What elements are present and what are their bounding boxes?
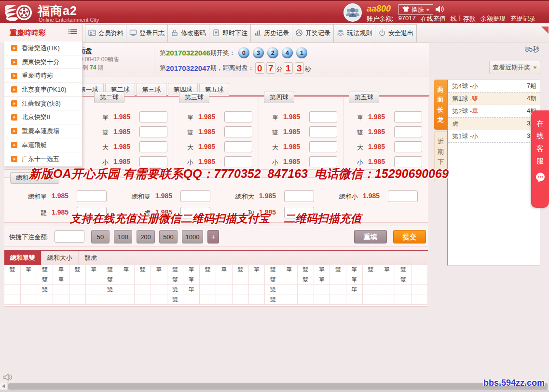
link-transaction-log[interactable]: 充提记录 [510,14,535,23]
ball-tab-3[interactable]: 第三球 [137,83,166,96]
game-menu-item[interactable]: 广东十一选五 [4,152,82,166]
trend-cell: 單 [379,265,396,275]
monitor-icon [129,29,137,38]
submit-button[interactable]: 提交 [393,230,426,243]
bet-section-4: 第四球單1.985雙1.985大1.985小1.985 [259,97,344,169]
link-withdraw[interactable]: 余额提现 [480,14,506,23]
amount-button-1000[interactable]: 1000 [182,230,203,243]
arrow-right-icon [11,45,17,51]
bet-amount-input[interactable] [224,111,252,122]
bet-amount-input[interactable] [309,126,337,137]
bet-amount-input[interactable] [309,111,337,122]
bet-amount-input[interactable] [224,141,252,152]
bet-amount-input[interactable] [394,126,422,137]
recent-results-button[interactable]: 查看近期开奖 [489,61,540,74]
scroll-left-arrow[interactable] [0,382,8,390]
trend-tab-bar: 總和單雙總和大小龍虎 [4,251,428,265]
game-menu-item[interactable]: 北京快樂8 [4,110,82,124]
game-menu-item[interactable]: 重慶時時彩 [4,69,82,83]
side-tab-两面长龙[interactable]: 两面长龙 [434,80,447,130]
odds-value: 1.985 [113,158,137,165]
bet-amount-input[interactable] [180,190,210,202]
trend-cell [330,275,346,285]
layers-icon [337,29,344,38]
trend-cell [86,295,102,305]
game-menu-item[interactable]: 江蘇骰寳(快3) [4,97,82,111]
nav-button-登录日志[interactable]: 登录日志 [126,24,168,42]
trend-cell: 單 [314,265,330,275]
bet-amount-input[interactable] [309,141,337,152]
bet-row-雙: 雙1.985 [344,126,429,138]
right-header: 85秒 查看近期开奖 [434,42,541,77]
last-issue-number: 20170322046 [166,49,210,57]
countdown-digit: 3 [295,62,304,74]
reset-button[interactable]: 重填 [354,230,387,243]
trend-tab-總和大小[interactable]: 總和大小 [41,251,79,265]
change-skin-button[interactable]: 换肤 [398,4,433,15]
username: aa800 [367,4,391,14]
trend-cell: 單 [21,265,37,275]
trend-cell [216,275,233,285]
scrollbar-thumb[interactable] [8,383,548,390]
streak-row: 第2球 - 單4期 [448,105,540,118]
chevron-down-icon [426,9,430,11]
bar-chart-icon [254,29,261,38]
trend-cell: 雙 [167,275,184,285]
trend-cell [135,275,151,285]
nav-button-玩法规则[interactable]: 玩法规则 [334,24,375,42]
streak-list: 第4球 - 小7期第1球 - 雙4期第2球 - 單4期虎3期第1球 - 小3期 [447,80,540,266]
game-menu-item[interactable]: 重慶幸運農場 [4,124,82,138]
trend-cell [412,265,428,275]
trend-cell [298,295,314,305]
trend-cell: 雙 [330,265,346,275]
bet-amount-input[interactable] [139,126,167,137]
horizontal-scrollbar[interactable] [0,382,549,390]
last-draw-line: 第20170322046期开奖： 03241 [160,47,307,58]
bet-amount-input[interactable] [284,190,314,202]
header-speaker-icon[interactable] [435,5,444,15]
trend-cell: 雙 [102,275,119,285]
streak-row: 第1球 - 雙4期 [448,93,540,105]
nav-button-修改密码[interactable]: 修改密码 [168,24,209,42]
nav-button-安全退出[interactable]: 安全退出 [375,24,417,42]
bet-row-單: 單1.985 [259,111,344,123]
nav-button-开奖记录[interactable]: 开奖记录 [292,24,334,42]
trend-tab-龍虎[interactable]: 龍虎 [79,251,103,265]
quick-bet-amount-input[interactable] [55,230,84,243]
amount-button-50[interactable]: 50 [91,230,110,243]
nav-button-即时下注[interactable]: 即时下注 [209,24,251,42]
trend-cell: 雙 [37,265,54,275]
amount-button-500[interactable]: 500 [159,230,178,243]
nav-button-历史记录[interactable]: 历史记录 [251,24,292,42]
amount-button-200[interactable]: 200 [137,230,155,243]
main-navbar: 重慶時時彩 会员资料登录日志修改密码即时下注历史记录开奖记录玩法规则安全退出 [0,24,549,42]
game-menu-item[interactable]: 廣東快樂十分 [4,55,82,69]
bet-amount-input[interactable] [77,190,107,202]
trend-cell [233,275,249,285]
link-online-deposit[interactable]: 线上存款 [451,14,476,23]
bet-amount-input[interactable] [388,190,418,202]
game-menu-item[interactable]: 香港樂透(HK) [4,41,82,55]
online-service-tab[interactable]: 在线客服 [531,110,549,208]
bet-amount-input[interactable] [394,141,422,152]
bet-amount-input[interactable] [139,111,167,122]
bet-amount-input[interactable] [139,141,167,152]
bet-amount-input[interactable] [224,126,252,137]
bet-amount-input[interactable] [394,111,422,122]
game-menu-item[interactable]: 北京賽車(PK10) [4,83,82,97]
amount-button-100[interactable]: 100 [114,230,132,243]
trend-tab-總和單雙[interactable]: 總和單雙 [4,251,41,265]
arrow-right-icon [11,73,17,79]
streak-row: 第1球 - 小3期 [448,130,540,143]
streak-value: 小 [472,132,478,141]
odds-value: 1.985 [198,143,221,150]
trend-cell [379,295,396,305]
chevron-down-icon [533,67,537,69]
bet-section-legend: 第二球 [94,92,124,103]
bet-row-單: 單1.985 [344,111,429,123]
more-amount-button[interactable]: + [207,230,219,243]
link-online-recharge[interactable]: 在线充值 [421,14,446,23]
game-menu-item[interactable]: 幸運飛艇 [4,138,82,152]
game-selector[interactable]: 重慶時時彩 [0,24,83,42]
nav-button-会员资料[interactable]: 会员资料 [85,24,126,42]
